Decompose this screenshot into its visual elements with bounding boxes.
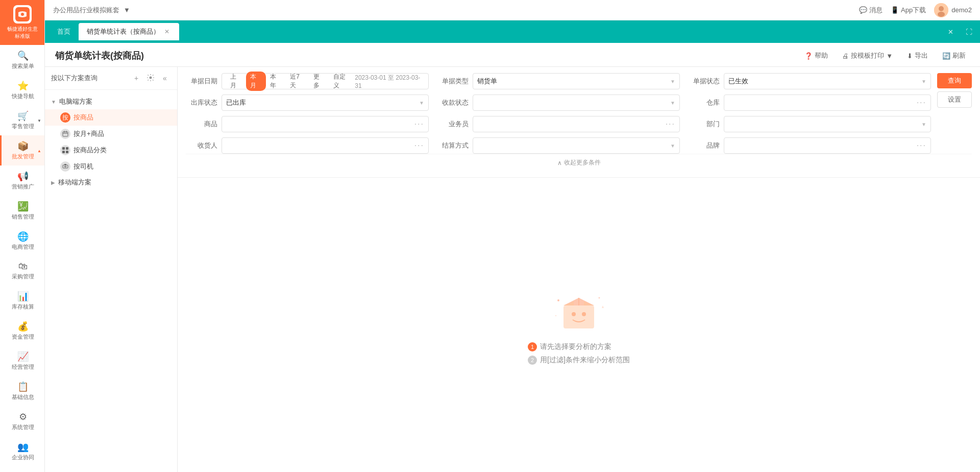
settings-icon (147, 74, 154, 83)
brand-dots-icon[interactable]: ··· (917, 141, 926, 150)
print-btn[interactable]: 🖨 按模板打印 ▼ (838, 49, 897, 62)
recipient-dots-icon[interactable]: ··· (414, 141, 424, 150)
sidebar-item-corp-collab[interactable]: 👥 企业协同 (0, 436, 44, 466)
tree-child-by-driver[interactable]: 按司机 (45, 158, 177, 175)
panel-header-left: 按以下方案查询 (51, 74, 97, 83)
date-btn-this-year[interactable]: 本年 (266, 72, 286, 91)
brand-control[interactable]: ··· (724, 137, 931, 154)
out-status-arrow-icon: ▼ (419, 100, 424, 106)
tab-close-icon[interactable]: ✕ (163, 28, 171, 36)
doc-type-arrow-icon: ▼ (670, 79, 675, 84)
app-name: 畅捷通好生意 (7, 26, 38, 33)
tab-fullscreen-btn[interactable]: ⛶ (962, 25, 976, 39)
sidebar-item-ops[interactable]: 📈 经营管理 (0, 346, 44, 376)
sidebar-item-sales[interactable]: 💹 销售管理 (0, 196, 44, 226)
sidebar-item-ecom[interactable]: 🌐 电商管理 (0, 226, 44, 256)
collapse-bar[interactable]: ∧ 收起更多条件 (186, 154, 972, 171)
salesperson-control[interactable]: ··· (473, 116, 680, 132)
sidebar-item-retail[interactable]: 🛒 零售管理 (0, 105, 44, 135)
tree-child-by-product-label: 按商品 (74, 113, 93, 122)
tab-close-all-btn[interactable]: ✕ (943, 25, 958, 39)
sidebar-item-quick-nav[interactable]: ⭐ 快捷导航 (0, 75, 44, 105)
message-btn[interactable]: 💬 消息 (859, 6, 883, 15)
app-download-btn[interactable]: 📱 App下载 (891, 6, 926, 15)
recipient-control[interactable]: ··· (222, 137, 429, 154)
tab-home-label: 首页 (57, 27, 70, 36)
help-btn[interactable]: ❓ 帮助 (800, 49, 832, 62)
salesperson-dots-icon[interactable]: ··· (666, 120, 675, 129)
filter-row-1-wrapper: 单据日期 上月 本月 本年 近7天 更多 自定义 2023-03-01 至 (186, 73, 972, 154)
scheme-icon-by-category (60, 145, 70, 155)
receipt-status-label: 收款状态 (437, 98, 473, 107)
tree-pc-parent[interactable]: ▼ 电脑端方案 (45, 94, 177, 109)
svg-point-5 (150, 76, 152, 79)
tree-mobile-parent[interactable]: ▶ 移动端方案 (45, 175, 177, 190)
filter-rows-main: 单据日期 上月 本月 本年 近7天 更多 自定义 2023-03-01 至 (186, 73, 931, 154)
sidebar-item-inventory[interactable]: 📊 库存核算 (0, 286, 44, 316)
product-control[interactable]: ··· (222, 116, 429, 132)
settings-scheme-btn[interactable] (144, 72, 157, 84)
sidebar-item-wholesale[interactable]: 📦 批发管理 (0, 135, 44, 166)
fullscreen-icon: ⛶ (966, 28, 972, 36)
collapse-panel-btn[interactable]: « (159, 72, 171, 84)
left-panel-header: 按以下方案查询 + (45, 67, 177, 90)
sidebar-item-label-ecom: 电商管理 (12, 243, 34, 251)
doc-status-control[interactable]: 已生效 ▼ (724, 73, 931, 89)
app-logo[interactable]: 畅捷通好生意 标准版 (0, 0, 44, 45)
date-btn-more[interactable]: 更多 (309, 72, 329, 91)
tab-home[interactable]: 首页 (49, 23, 79, 40)
product-dots-icon[interactable]: ··· (414, 120, 424, 129)
export-btn[interactable]: ⬇ 导出 (903, 49, 932, 62)
tree-child-by-product[interactable]: 按 按商品 (45, 109, 177, 126)
date-range-value: 2023-03-01 至 2023-03-31 (355, 74, 424, 89)
page-header: 销货单统计表(按商品) ❓ 帮助 🖨 按模板打印 ▼ ⬇ 导出 🔄 刷新 (45, 43, 980, 67)
globe-icon: 🌐 (17, 231, 29, 242)
sidebar-item-purchase[interactable]: 🛍 采购管理 (0, 256, 44, 286)
tree-child-by-category[interactable]: 按商品分类 (45, 142, 177, 158)
logo-icon (13, 5, 32, 23)
date-btn-this-month[interactable]: 本月 (246, 72, 266, 91)
sidebar-item-label-ops: 经营管理 (12, 363, 34, 371)
settings-button[interactable]: 设置 (937, 91, 972, 108)
sidebar-item-search[interactable]: 🔍 搜索菜单 (0, 45, 44, 75)
sidebar-item-marketing[interactable]: 📢 营销推广 (0, 166, 44, 196)
tree-child-by-month-product[interactable]: 按月+商品 (45, 126, 177, 142)
doc-type-control[interactable]: 销货单 ▼ (473, 73, 680, 89)
user-menu[interactable]: demo2 (934, 3, 972, 17)
scheme-icon-by-driver (60, 161, 70, 172)
query-actions: 查询 设置 (931, 73, 972, 108)
doc-status-label: 单据状态 (688, 77, 724, 86)
department-control[interactable]: ▼ (724, 116, 931, 132)
sidebar-item-label-search: 搜索菜单 (12, 62, 34, 70)
query-button[interactable]: 查询 (937, 73, 972, 88)
help-icon: ❓ (804, 52, 813, 60)
svg-rect-11 (66, 147, 68, 150)
people-icon: 👥 (17, 441, 29, 453)
date-btn-last-month[interactable]: 上月 (226, 72, 246, 91)
search-icon: 🔍 (17, 50, 29, 61)
payment-method-control[interactable]: ▼ (473, 137, 680, 154)
warehouse-control[interactable]: ··· (724, 95, 931, 111)
warehouse-dots-icon[interactable]: ··· (917, 98, 926, 107)
sidebar-item-new-guide[interactable]: 🎯 新手引导 (0, 466, 44, 472)
filter-row-date: 单据日期 上月 本月 本年 近7天 更多 自定义 2023-03-01 至 (186, 73, 931, 89)
tree-child-by-month-product-label: 按月+商品 (74, 129, 104, 138)
print-label: 按模板打印 (851, 51, 884, 60)
tip-num-1: 1 (528, 342, 537, 351)
tree-pc-label: 电脑端方案 (59, 97, 92, 106)
export-icon: ⬇ (907, 52, 913, 60)
add-scheme-btn[interactable]: + (130, 72, 142, 84)
sidebar-item-finance[interactable]: 💰 资金管理 (0, 316, 44, 346)
refresh-btn[interactable]: 🔄 刷新 (938, 49, 970, 62)
date-btn-custom[interactable]: 自定义 (329, 72, 355, 91)
out-status-control[interactable]: 已出库 ▼ (222, 95, 429, 111)
date-filter-control[interactable]: 上月 本月 本年 近7天 更多 自定义 2023-03-01 至 2023-03… (222, 73, 429, 89)
sidebar-item-system[interactable]: ⚙ 系统管理 (0, 406, 44, 436)
tab-bar: 首页 销货单统计表（按商品） ✕ ✕ ⛶ (45, 20, 980, 43)
tab-sales-stat[interactable]: 销货单统计表（按商品） ✕ (79, 23, 179, 40)
workspace-selector[interactable]: 办公用品行业模拟账套 ▼ (53, 6, 130, 15)
sidebar-item-basic[interactable]: 📋 基础信息 (0, 376, 44, 406)
date-btn-7days[interactable]: 近7天 (286, 72, 309, 91)
right-area: 单据日期 上月 本月 本年 近7天 更多 自定义 2023-03-01 至 (178, 67, 980, 472)
receipt-status-control[interactable]: ▼ (473, 95, 680, 111)
